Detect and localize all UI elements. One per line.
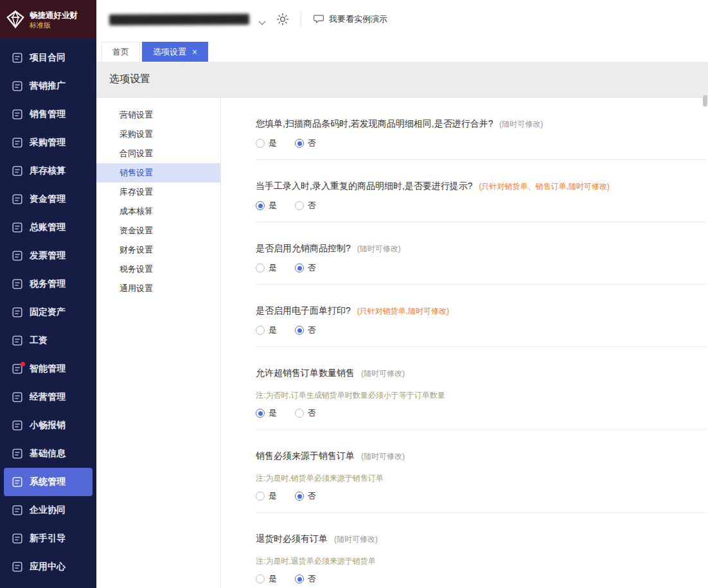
radio-option-yes[interactable]: 是 [256,325,277,336]
question-hint: (只针对销货单、销售订单,随时可修改) [479,182,609,191]
sidebar-item-17[interactable]: 企业协同 [4,496,93,524]
question-title: 是否启用允销商品控制? [256,243,351,253]
sidebar-item-label: 库存核算 [30,165,66,177]
sidebar-item-6[interactable]: 资金管理 [4,185,93,213]
radio-option-yes[interactable]: 是 [256,200,277,211]
sidebar-item-label: 项目合同 [30,52,66,64]
radio-yes-icon[interactable] [256,326,265,335]
sidebar-item-12[interactable]: 智能管理 [4,355,93,383]
radio-yes-icon[interactable] [256,409,265,418]
sidebar-item-label: 应用中心 [30,561,66,573]
content: 营销设置采购设置合同设置销售设置库存设置成本核算资金设置财务设置税务设置通用设置… [96,98,708,588]
settings-submenu: 营销设置采购设置合同设置销售设置库存设置成本核算资金设置财务设置税务设置通用设置 [96,98,221,588]
radio-option-no[interactable]: 否 [295,262,316,274]
basic-info-icon [12,448,23,459]
sidebar-item-14[interactable]: 小畅报销 [4,411,93,440]
settings-menu-item-7[interactable]: 资金设置 [96,221,220,240]
radio-option-no[interactable]: 否 [295,490,316,502]
tab-close-icon[interactable]: × [192,48,197,57]
radio-option-no[interactable]: 否 [295,200,316,211]
radio-no-icon[interactable] [295,263,304,272]
radio-option-no[interactable]: 否 [295,138,316,149]
radio-no-icon[interactable] [295,201,304,210]
tab-1[interactable]: 首页 [102,42,140,62]
tab-label: 选项设置 [153,46,186,58]
radio-option-yes[interactable]: 是 [256,490,277,502]
settings-menu-item-4[interactable]: 销售设置 [96,163,220,183]
sidebar-item-13[interactable]: 经营管理 [4,383,93,411]
sidebar-item-18[interactable]: 新手引导 [4,524,93,553]
scrollbar-thumb[interactable] [703,95,707,107]
app-edition: 标准版 [30,21,78,30]
sidebar-item-8[interactable]: 发票管理 [4,242,93,270]
sidebar-item-10[interactable]: 固定资产 [4,298,93,326]
sidebar-item-16[interactable]: 系统管理 [4,468,93,496]
radio-no-label: 否 [308,138,316,149]
fixed-assets-icon [12,307,23,318]
radio-no-icon[interactable] [295,139,304,148]
invoice-management-icon [12,250,23,262]
question-title: 是否启用电子面单打印? [256,305,351,316]
radio-no-icon[interactable] [295,492,304,501]
radio-yes-icon[interactable] [256,575,265,584]
settings-menu-item-5[interactable]: 库存设置 [96,183,220,202]
radio-yes-icon[interactable] [256,139,265,148]
sidebar-item-4[interactable]: 采购管理 [4,129,93,157]
radio-option-no[interactable]: 否 [295,325,316,336]
radio-no-icon[interactable] [295,326,304,335]
radio-no-icon[interactable] [295,409,304,418]
radio-group: 是 否 [256,138,707,149]
settings-menu-item-3[interactable]: 合同设置 [96,144,220,163]
sidebar-item-7[interactable]: 总账管理 [4,213,93,242]
main-area: 我要看实例演示 首页 选项设置 × 选项设置 营销设置采购设置合同设置销售设置库… [96,0,708,588]
radio-yes-icon[interactable] [256,263,265,272]
sidebar-item-label: 基础信息 [30,448,66,459]
settings-menu-item-8[interactable]: 财务设置 [96,240,220,260]
question-block-3: 是否启用允销商品控制? (随时可修改) 是 否 [256,222,707,285]
company-name-redacted [109,13,249,25]
settings-menu-item-1[interactable]: 营销设置 [96,105,220,125]
settings-menu-item-10[interactable]: 通用设置 [96,279,220,298]
sidebar-item-label: 税务管理 [30,278,66,290]
settings-menu-item-9[interactable]: 税务设置 [96,260,220,279]
radio-yes-label: 是 [269,262,277,274]
radio-option-yes[interactable]: 是 [256,407,277,419]
question-title: 您填单,扫描商品条码时,若发现商品明细相同,是否进行合并? [256,118,493,129]
radio-option-no[interactable]: 否 [295,407,316,419]
question-note: 注:为是时,销货单必须来源于销售订单 [256,473,707,483]
sidebar-item-5[interactable]: 库存核算 [4,157,93,185]
question-block-1: 您填单,扫描商品条码时,若发现商品明细相同,是否进行合并? (随时可修改) 是 … [256,98,707,160]
company-selector[interactable] [109,14,266,25]
radio-group: 是 否 [256,325,707,336]
sidebar-item-19[interactable]: 应用中心 [4,553,93,581]
radio-option-no[interactable]: 否 [295,573,316,585]
system-management-icon [12,476,23,488]
settings-menu-item-6[interactable]: 成本核算 [96,202,220,221]
tab-2[interactable]: 选项设置 × [142,42,208,62]
demo-link[interactable]: 我要看实例演示 [313,13,387,25]
sidebar-item-9[interactable]: 税务管理 [4,270,93,298]
radio-group: 是 否 [256,490,707,502]
radio-no-icon[interactable] [295,575,304,584]
radio-option-yes[interactable]: 是 [256,262,277,274]
radio-group: 是 否 [256,573,707,585]
sidebar-item-label: 经营管理 [30,391,66,403]
brand-diamond-icon [6,10,24,28]
sidebar-item-15[interactable]: 基础信息 [4,440,93,468]
sidebar-item-3[interactable]: 销售管理 [4,100,93,129]
question-hint: (随时可修改) [334,535,378,544]
settings-gear-icon[interactable] [276,13,289,26]
settings-menu-item-2[interactable]: 采购设置 [96,125,220,144]
demo-link-label: 我要看实例演示 [329,13,387,25]
sidebar-item-11[interactable]: 工资 [4,326,93,355]
sidebar-item-2[interactable]: 营销推广 [4,72,93,100]
topbar: 我要看实例演示 [96,0,708,39]
radio-yes-icon[interactable] [256,492,265,501]
radio-option-yes[interactable]: 是 [256,573,277,585]
radio-group: 是 否 [256,407,707,419]
radio-yes-icon[interactable] [256,201,265,210]
xiaochang-reimburse-icon [12,420,23,431]
radio-option-yes[interactable]: 是 [256,138,277,149]
tax-management-icon [12,278,23,290]
sidebar-item-1[interactable]: 项目合同 [4,44,93,72]
